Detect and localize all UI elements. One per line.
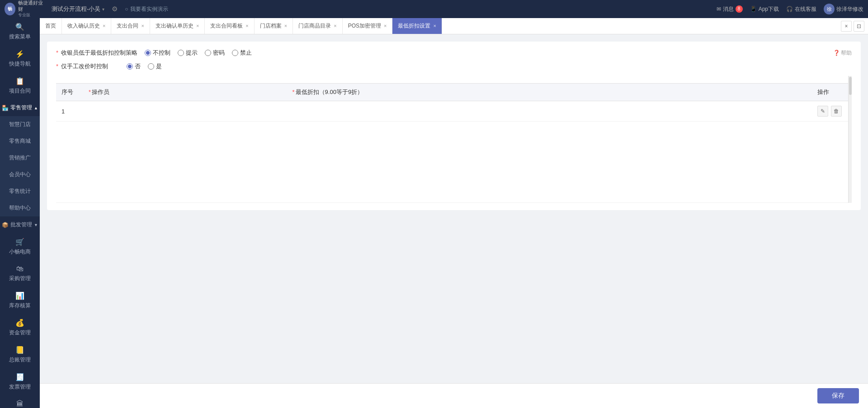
project-name: 测试分开流程-小吴 [52, 5, 100, 13]
sidebar-item-inventory[interactable]: 📊 库存核算 [0, 287, 40, 314]
radio-forbid-input[interactable] [232, 50, 238, 56]
sidebar-item-smart-store[interactable]: 智慧门店 [0, 116, 40, 133]
radio-password[interactable]: 密码 [205, 49, 225, 57]
sidebar-item-purchase[interactable]: 🛍 采购管理 [0, 260, 40, 287]
tab-label: 最低折扣设置 [398, 22, 430, 30]
help-icon: ❓ [833, 50, 840, 56]
tab-menu-btn[interactable]: ⊡ [854, 21, 864, 32]
sidebar-item-invoice[interactable]: 🧾 发票管理 [0, 368, 40, 395]
purchase-icon: 🛍 [16, 265, 24, 273]
scrollbar-thumb [849, 77, 852, 95]
sidebar-item-retail[interactable]: 🏪 零售管理 ▲ [0, 99, 40, 116]
tab-expenditure-history[interactable]: 支出确认单历史 × [150, 18, 205, 34]
avatar: 徐 [824, 4, 835, 14]
sidebar-item-ledger[interactable]: 📒 总账管理 [0, 341, 40, 368]
edit-btn[interactable]: ✎ [817, 106, 828, 117]
radio-hint-input[interactable] [178, 50, 184, 56]
tab-home[interactable]: 首页 [40, 18, 62, 34]
table-wrapper: 序号 *操作员 *最低折扣（9.00等于9折） 操作 [56, 76, 852, 203]
sidebar-item-marketing[interactable]: 营销推广 [0, 150, 40, 166]
chevron-down-icon: ▼ [34, 223, 38, 227]
sidebar-item-retail-mall[interactable]: 零售商城 [0, 133, 40, 150]
cell-discount [287, 101, 812, 122]
user-name-label: 徐泽华修改 [836, 5, 863, 13]
sidebar-item-help[interactable]: 帮助中心 [0, 200, 40, 216]
radio-yes[interactable]: 是 [148, 62, 162, 70]
radio-no-label: 否 [135, 62, 141, 70]
tab-close-btn[interactable]: × [841, 21, 852, 32]
tab-store-products[interactable]: 门店商品目录 × [293, 18, 342, 34]
project-selector[interactable]: 测试分开流程-小吴 ▾ [52, 5, 104, 13]
retail-icon: 🏪 [2, 105, 9, 111]
logo-area: 畅 畅捷通好业财 专业版 [5, 0, 44, 18]
logo-text: 畅捷通好业财 [18, 0, 44, 12]
help-link[interactable]: ❓ 帮助 [833, 49, 852, 57]
sidebar-item-quicknav[interactable]: ⚡ 快捷导航 [0, 45, 40, 72]
user-profile-btn[interactable]: 徐 徐泽华修改 [824, 4, 863, 14]
tab-pos-password[interactable]: POS加密管理 × [343, 18, 393, 34]
radio-yes-input[interactable] [148, 63, 154, 70]
messages-btn[interactable]: ✉ 消息 8 [717, 5, 743, 13]
sidebar-item-label: 帮助中心 [9, 204, 31, 212]
message-icon: ✉ [717, 6, 721, 12]
discount-table: 序号 *操作员 *最低折扣（9.00等于9折） 操作 [56, 83, 848, 203]
sidebar-item-wholesale[interactable]: 📦 批发管理 ▼ [0, 216, 40, 233]
tab-label: 收入确认历史 [67, 22, 100, 30]
tab-close-icon[interactable]: × [141, 23, 144, 28]
tab-close-icon[interactable]: × [384, 23, 387, 28]
radio-no-control-input[interactable] [145, 50, 151, 56]
strategy-radio-group: 不控制 提示 密码 禁止 [145, 49, 252, 57]
header-right: ✉ 消息 8 📱 App下载 🎧 在线客服 徐 徐泽华修改 [717, 4, 863, 14]
tax-icon: 🏛 [16, 400, 24, 408]
sidebar-item-member[interactable]: 会员中心 [0, 166, 40, 183]
sidebar-item-tax[interactable]: 🏛 税务管理 [0, 395, 40, 408]
settings-icon[interactable]: ⚙ [112, 5, 118, 13]
radio-forbid-label: 禁止 [240, 49, 252, 57]
logo-icon: 畅 [5, 3, 15, 15]
sidebar-item-contract[interactable]: 📋 项目合同 [0, 72, 40, 99]
page-footer: 保存 [40, 383, 868, 408]
sidebar-item-label: 批发管理 [10, 221, 32, 229]
tab-close-icon[interactable]: × [284, 23, 287, 28]
radio-yes-label: 是 [156, 62, 162, 70]
table-scrollbar[interactable] [848, 76, 852, 203]
manual-price-label: * 仅手工改价时控制 [56, 62, 119, 70]
sidebar-item-finance[interactable]: 💰 资金管理 [0, 314, 40, 341]
online-service-btn[interactable]: 🎧 在线客服 [786, 5, 816, 13]
tab-label: 支出合同 [117, 22, 138, 30]
sidebar-item-label: 快捷导航 [9, 60, 31, 68]
radio-forbid[interactable]: 禁止 [232, 49, 252, 57]
tab-close-icon[interactable]: × [103, 23, 105, 28]
tab-close-icon[interactable]: × [334, 23, 336, 28]
demo-link[interactable]: ○ 我要看实例演示 [125, 5, 168, 13]
inventory-icon: 📊 [15, 291, 24, 300]
sidebar-item-ecommerce[interactable]: 🛒 小畅电商 [0, 233, 40, 260]
col-header-seq: 序号 [56, 84, 83, 101]
tab-expenditure-contract[interactable]: 支出合同 × [111, 18, 150, 34]
cell-seq: 1 [56, 101, 83, 122]
demo-link-label: 我要看实例演示 [130, 5, 168, 13]
sidebar-item-retail-stats[interactable]: 零售统计 [0, 183, 40, 200]
sidebar-item-search[interactable]: 🔍 搜索菜单 [0, 18, 40, 45]
tab-close-icon[interactable]: × [196, 23, 199, 28]
radio-no[interactable]: 否 [127, 62, 141, 70]
tab-expenditure-board[interactable]: 支出合同看板 × [205, 18, 254, 34]
tab-close-icon[interactable]: × [245, 23, 248, 28]
delete-btn[interactable]: 🗑 [831, 106, 842, 117]
tab-store-profile[interactable]: 门店档案 × [255, 18, 293, 34]
chevron-down-icon: ▾ [102, 7, 104, 12]
radio-password-input[interactable] [205, 50, 211, 56]
header-center: 测试分开流程-小吴 ▾ ⚙ ○ 我要看实例演示 [44, 5, 717, 13]
tab-min-discount[interactable]: 最低折扣设置 × [392, 18, 442, 34]
save-button[interactable]: 保存 [817, 388, 859, 403]
main-layout: 🔍 搜索菜单 ⚡ 快捷导航 📋 项目合同 🏪 零售管理 ▲ 智慧门店 零售商城 … [0, 18, 868, 408]
radio-no-control[interactable]: 不控制 [145, 49, 170, 57]
sidebar-item-label: 资金管理 [9, 329, 31, 337]
form-row-strategy: * 收银员低于最低折扣控制策略 不控制 提示 [56, 49, 852, 57]
sidebar-item-label: 库存核算 [9, 302, 31, 310]
app-download-btn[interactable]: 📱 App下载 [750, 5, 779, 13]
radio-hint[interactable]: 提示 [178, 49, 198, 57]
tab-close-icon[interactable]: × [433, 23, 436, 28]
tab-income-history[interactable]: 收入确认历史 × [62, 18, 111, 34]
radio-no-input[interactable] [127, 63, 133, 70]
